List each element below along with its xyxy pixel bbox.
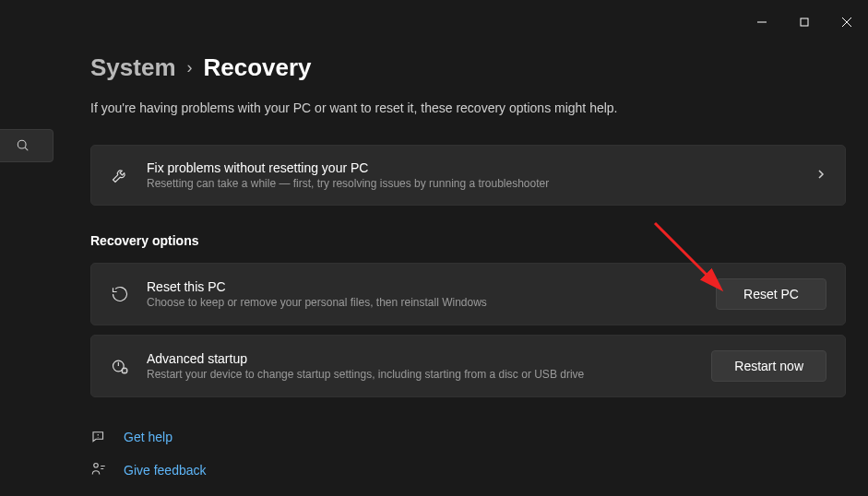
give-feedback-link[interactable]: Give feedback	[90, 462, 846, 478]
reset-icon	[110, 284, 130, 304]
wrench-icon	[110, 165, 130, 185]
window-controls	[741, 7, 868, 37]
get-help-link[interactable]: Get help	[90, 429, 846, 445]
title-bar	[0, 0, 868, 33]
advanced-startup-card: Advanced startup Restart your device to …	[90, 335, 846, 397]
page-title: Recovery	[204, 53, 312, 82]
svg-rect-1	[801, 18, 808, 26]
troubleshoot-card[interactable]: Fix problems without resetting your PC R…	[90, 145, 846, 206]
minimize-button[interactable]	[741, 7, 783, 37]
maximize-button[interactable]	[783, 7, 826, 37]
reset-pc-button[interactable]: Reset PC	[716, 278, 826, 310]
close-icon	[842, 18, 851, 27]
card-text: Advanced startup Restart your device to …	[147, 351, 696, 381]
card-title: Advanced startup	[147, 351, 696, 366]
card-text: Reset this PC Choose to keep or remove y…	[147, 279, 701, 309]
sidebar	[0, 129, 57, 162]
page-subtitle: If you're having problems with your PC o…	[90, 100, 846, 115]
card-desc: Restart your device to change startup se…	[147, 368, 696, 381]
page-content: System › Recovery If you're having probl…	[90, 53, 846, 495]
search-button[interactable]	[0, 129, 54, 162]
maximize-icon	[800, 18, 809, 27]
close-button[interactable]	[826, 7, 868, 37]
link-text: Get help	[124, 430, 172, 444]
power-settings-icon	[110, 356, 130, 376]
feedback-icon	[90, 462, 107, 478]
card-desc: Resetting can take a while — first, try …	[147, 177, 801, 190]
section-header: Recovery options	[90, 233, 846, 248]
card-title: Fix problems without resetting your PC	[147, 160, 801, 175]
chevron-right-icon: ›	[187, 58, 193, 77]
card-desc: Choose to keep or remove your personal f…	[147, 296, 701, 309]
help-icon	[90, 429, 107, 445]
breadcrumb: System › Recovery	[90, 53, 846, 82]
chevron-right-icon	[815, 167, 826, 183]
breadcrumb-parent[interactable]: System	[90, 53, 176, 82]
search-icon	[17, 139, 30, 152]
svg-point-8	[94, 464, 99, 468]
link-text: Give feedback	[124, 463, 207, 478]
minimize-icon	[757, 18, 767, 27]
card-title: Reset this PC	[147, 279, 701, 294]
card-text: Fix problems without resetting your PC R…	[147, 160, 801, 190]
reset-pc-card: Reset this PC Choose to keep or remove y…	[90, 263, 846, 325]
restart-now-button[interactable]: Restart now	[711, 350, 826, 382]
svg-point-4	[18, 140, 26, 148]
footer-links: Get help Give feedback	[90, 429, 846, 478]
svg-line-5	[25, 148, 28, 150]
